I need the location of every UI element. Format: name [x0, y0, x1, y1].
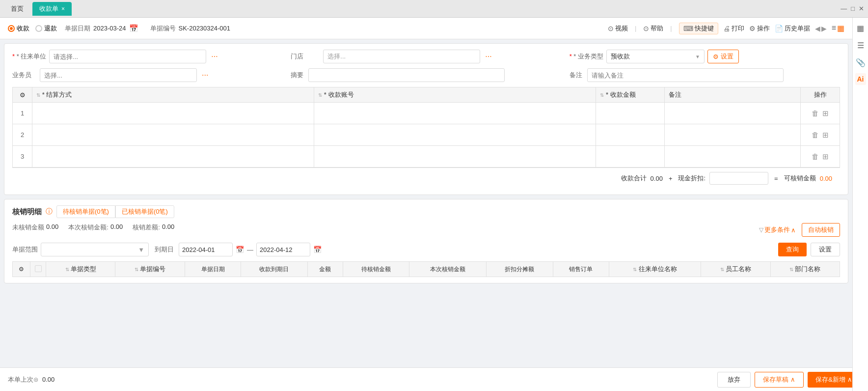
- receipt-refund-toggle: 收款 退款: [8, 24, 57, 33]
- due-date-to[interactable]: [256, 243, 310, 256]
- row-1-num: 1: [13, 103, 32, 124]
- save-draft-button[interactable]: 保存草稿 ∧: [755, 372, 804, 388]
- writeoff-info-icon[interactable]: ⓘ: [46, 207, 53, 216]
- range-select[interactable]: ▼: [41, 243, 149, 256]
- shortcut-action[interactable]: ⌨ 快捷键: [679, 23, 718, 34]
- note-input[interactable]: [587, 68, 784, 82]
- table-header-gear[interactable]: ⚙: [13, 87, 32, 103]
- tab-pending[interactable]: 待核销单据(0笔): [56, 205, 115, 218]
- range-select-arrow: ▼: [138, 246, 144, 253]
- row-1-settlement[interactable]: [32, 103, 314, 124]
- row-1-copy[interactable]: ⊞: [822, 109, 829, 117]
- save-draft-label: 保存草稿: [763, 375, 788, 384]
- close-btn[interactable]: ✕: [859, 5, 864, 12]
- more-filter-btn[interactable]: ▽ 更多条件 ∧: [759, 225, 796, 234]
- video-action[interactable]: ⊙ 视频: [608, 24, 628, 33]
- row-2-account[interactable]: [314, 124, 596, 146]
- nav-prev[interactable]: ◀: [815, 25, 820, 32]
- due-date-field: 到期日 📅 — 📅: [155, 243, 322, 256]
- nav-next[interactable]: ▶: [821, 25, 827, 32]
- help-label: 帮助: [651, 24, 663, 33]
- auto-writeoff-btn[interactable]: 自动核销: [802, 223, 840, 237]
- more-filter-arrow: ∧: [791, 226, 796, 234]
- sidebar-attachment-icon[interactable]: 📎: [854, 56, 868, 69]
- bt-header-discount: 折扣分摊额: [487, 262, 553, 277]
- store-select[interactable]: 选择...: [323, 50, 480, 63]
- print-action[interactable]: 🖨 打印: [723, 24, 744, 33]
- select-all-checkbox[interactable]: [35, 265, 42, 272]
- row-1-account[interactable]: [314, 103, 596, 124]
- row-3-delete[interactable]: 🗑: [812, 152, 819, 161]
- sidebar-table-icon[interactable]: ▦: [855, 22, 866, 35]
- writeoff-filter-bar: 单据范围 ▼ 到期日 📅 — 📅 查询 设置: [12, 243, 840, 256]
- table-header-action: 操作: [801, 87, 840, 103]
- salesperson-dots[interactable]: ···: [202, 71, 208, 80]
- settings-button[interactable]: ⚙ 设置: [707, 50, 739, 63]
- tab-receipt-close[interactable]: ×: [61, 5, 65, 12]
- date-calendar-icon[interactable]: 📅: [129, 24, 138, 33]
- row-2-copy[interactable]: ⊞: [822, 131, 829, 139]
- row-3-account[interactable]: [314, 146, 596, 168]
- business-type-select[interactable]: 预收款 ▼: [606, 50, 705, 63]
- equals-sign: =: [774, 175, 778, 182]
- date-value: 2023-03-24: [93, 25, 126, 32]
- partner-input[interactable]: [49, 50, 206, 63]
- summary-input[interactable]: [308, 68, 505, 82]
- tab-receipt[interactable]: 收款单 ×: [32, 2, 72, 16]
- carry-value: 0.00: [42, 376, 54, 383]
- layout-grid-icon[interactable]: ▦: [837, 24, 844, 33]
- row-3-settlement[interactable]: [32, 146, 314, 168]
- calendar-to-icon[interactable]: 📅: [313, 246, 322, 253]
- minimize-btn[interactable]: —: [841, 5, 847, 12]
- help-action[interactable]: ⊙ 帮助: [643, 24, 663, 33]
- row-1-delete[interactable]: 🗑: [812, 109, 819, 117]
- receipt-table-container: ⚙ ⇅ * 结算方式 ⇅ * 收款账号 ⇅ * 收款金额 备注: [12, 87, 840, 168]
- settings-gear-icon: ⚙: [713, 53, 719, 60]
- row-1-note[interactable]: [665, 103, 801, 124]
- row-3-amount[interactable]: [596, 146, 665, 168]
- save-new-label: 保存&新增: [815, 375, 845, 384]
- salesperson-input[interactable]: [40, 68, 197, 82]
- tab-home[interactable]: 首页: [4, 2, 30, 16]
- row-3-note[interactable]: [665, 146, 801, 168]
- net-label: 可核销金额: [784, 174, 816, 183]
- filter-settings-button[interactable]: 设置: [811, 243, 840, 256]
- row-2-amount[interactable]: [596, 124, 665, 146]
- sidebar-ai-icon[interactable]: Ai: [855, 73, 866, 85]
- range-label: 单据范围: [12, 245, 38, 254]
- row-2-settlement[interactable]: [32, 124, 314, 146]
- bt-header-amount: 金额: [307, 262, 343, 277]
- bt-header-no: ⇅ 单据编号: [115, 262, 185, 277]
- toolbar: 收款 退款 单据日期 2023-03-24 📅 单据编号 SK-20230324…: [0, 18, 852, 39]
- writeoff-diff-value: 0.00: [162, 223, 174, 237]
- bt-header-gear[interactable]: ⚙: [13, 262, 30, 277]
- store-dots[interactable]: ···: [485, 52, 491, 61]
- plus-sign: +: [669, 175, 673, 182]
- row-2-note[interactable]: [665, 124, 801, 146]
- toolbar-actions: ⊙ 视频 | ⊙ 帮助 | ⌨ 快捷键 🖨 打印 ⚙ 操作 📄 历史单据 ◀ ▶: [608, 23, 844, 34]
- receipt-radio-dot: [8, 25, 15, 32]
- refund-radio[interactable]: 退款: [35, 24, 57, 33]
- query-button[interactable]: 查询: [778, 243, 807, 256]
- due-date-from[interactable]: [179, 243, 233, 256]
- abandon-button[interactable]: 放弃: [717, 372, 751, 388]
- operation-action[interactable]: ⚙ 操作: [749, 24, 770, 33]
- row-3-copy[interactable]: ⊞: [822, 152, 829, 161]
- discount-input[interactable]: [709, 172, 768, 185]
- partner-dots[interactable]: ···: [211, 52, 217, 61]
- this-writeoff-value: 0.00: [110, 223, 123, 237]
- bt-header-check[interactable]: [30, 262, 46, 277]
- footer-buttons: 放弃 保存草稿 ∧ 保存&新增 ∧: [717, 372, 860, 388]
- help-icon: ⊙: [643, 25, 649, 32]
- receipt-radio[interactable]: 收款: [8, 24, 29, 33]
- layout-list-icon[interactable]: ≡: [832, 24, 836, 33]
- right-sidebar: ▦ ☰ 📎 Ai: [852, 18, 868, 391]
- calendar-from-icon[interactable]: 📅: [236, 246, 244, 253]
- sidebar-list-icon[interactable]: ☰: [855, 39, 866, 52]
- maximize-btn[interactable]: □: [851, 5, 855, 12]
- row-1-amount[interactable]: [596, 103, 665, 124]
- filter-right: 查询 设置: [778, 243, 840, 256]
- row-2-delete[interactable]: 🗑: [812, 131, 819, 139]
- history-action[interactable]: 📄 历史单据: [775, 24, 810, 33]
- tab-done[interactable]: 已核销单据(0笔): [115, 205, 174, 218]
